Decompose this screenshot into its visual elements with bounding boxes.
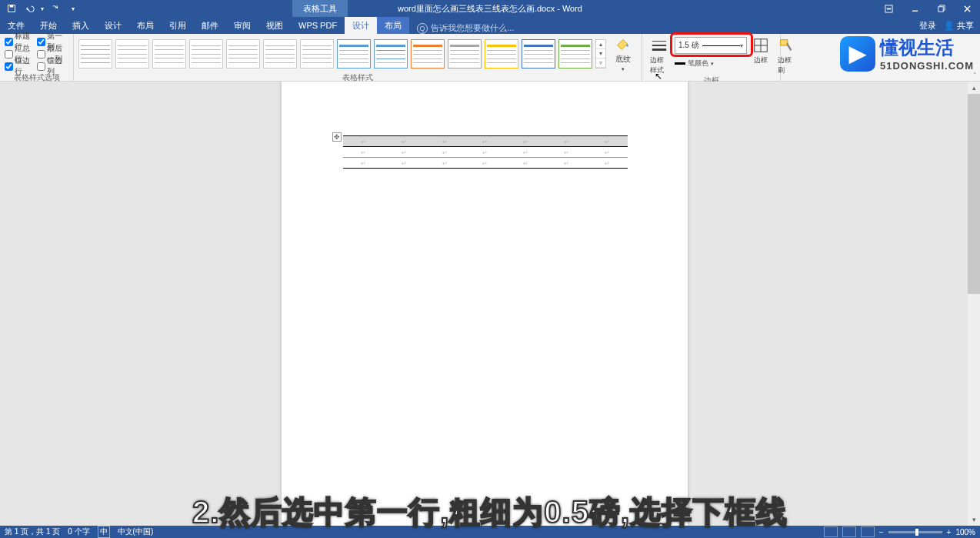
- style-thumb[interactable]: [522, 39, 555, 69]
- border-painter-icon: [778, 37, 795, 54]
- tab-references[interactable]: 引用: [162, 17, 194, 34]
- paint-bucket-icon: [615, 35, 632, 52]
- table-row[interactable]: [343, 136, 628, 147]
- window-title: word里面怎么画三线表三线表怎么画.docx - Word: [0, 3, 980, 15]
- qat-customize-button[interactable]: ▾: [65, 1, 82, 16]
- restore-button[interactable]: [928, 0, 954, 17]
- contextual-tab-label: 表格工具: [292, 0, 348, 17]
- group-table-style-options: 标题行 汇总行 镶边行 第一列 最后一列 镶边列 表格样式选项: [0, 34, 74, 81]
- pen-color-button[interactable]: 笔颜色▾: [675, 58, 747, 69]
- style-thumb[interactable]: [226, 39, 260, 69]
- svg-rect-3: [886, 8, 891, 9]
- style-thumb[interactable]: [300, 39, 334, 69]
- opt-banded-cols[interactable]: 镶边列: [37, 60, 68, 72]
- border-style-icon: [651, 37, 668, 54]
- chevron-down-icon: ▾: [740, 42, 743, 49]
- table-style-gallery[interactable]: ▴▾▿: [78, 39, 606, 69]
- undo-button[interactable]: [22, 1, 38, 16]
- ribbon-options-button[interactable]: [875, 0, 902, 17]
- tab-layout[interactable]: 布局: [129, 17, 162, 34]
- style-thumb[interactable]: [411, 39, 445, 69]
- lightbulb-icon: Q: [417, 23, 428, 34]
- borders-button[interactable]: 边框: [750, 37, 772, 65]
- window-controls: [875, 0, 980, 17]
- tab-wps-pdf[interactable]: WPS PDF: [291, 17, 345, 34]
- style-thumb[interactable]: [189, 39, 223, 69]
- share-button[interactable]: 👤 共享: [944, 20, 974, 32]
- view-read-button[interactable]: [824, 526, 838, 537]
- table-wrapper: ✥: [343, 135, 628, 169]
- zoom-out-button[interactable]: −: [879, 528, 884, 536]
- scroll-down-button[interactable]: ▾: [968, 513, 980, 526]
- status-words[interactable]: 0 个字: [68, 526, 89, 537]
- scroll-up-button[interactable]: ▴: [968, 82, 980, 94]
- view-web-button[interactable]: [861, 526, 875, 537]
- border-painter-button[interactable]: 边框刷: [775, 37, 798, 75]
- table-row[interactable]: [343, 147, 628, 158]
- borders-icon: [752, 37, 769, 54]
- pen-weight-dropdown[interactable]: 1.5 磅 ▾: [675, 37, 747, 54]
- zoom-slider[interactable]: [888, 531, 942, 533]
- tab-table-design[interactable]: 设计: [345, 17, 377, 34]
- style-thumb[interactable]: [78, 39, 112, 69]
- style-thumb[interactable]: [152, 39, 186, 69]
- tell-me-placeholder: 告诉我您想要做什么...: [431, 22, 514, 34]
- tell-me-search[interactable]: Q 告诉我您想要做什么...: [417, 22, 514, 34]
- ribbon: 标题行 汇总行 镶边行 第一列 最后一列 镶边列 表格样式选项: [0, 34, 980, 82]
- status-lang-icon[interactable]: 中: [98, 526, 110, 538]
- zoom-level[interactable]: 100%: [955, 528, 975, 536]
- style-thumb[interactable]: [263, 39, 297, 69]
- qat-sep: ▾: [40, 1, 45, 16]
- status-page[interactable]: 第 1 页，共 1 页: [5, 526, 60, 537]
- opt-banded-rows[interactable]: 镶边行: [5, 60, 31, 72]
- tab-mailings[interactable]: 邮件: [194, 17, 226, 34]
- document-area[interactable]: ✥: [0, 82, 968, 526]
- vertical-scrollbar[interactable]: ▴ ▾: [968, 82, 980, 526]
- style-thumb[interactable]: [448, 39, 482, 69]
- style-thumb[interactable]: [374, 39, 408, 69]
- tab-review[interactable]: 审阅: [226, 17, 258, 34]
- gallery-scroll[interactable]: ▴▾▿: [595, 39, 606, 69]
- view-print-button[interactable]: [842, 526, 856, 537]
- scroll-thumb[interactable]: [968, 94, 980, 294]
- pen-color-swatch-icon: [675, 62, 685, 65]
- minimize-button[interactable]: [902, 0, 928, 17]
- collapse-ribbon-button[interactable]: ˄: [973, 72, 977, 79]
- tab-design[interactable]: 设计: [97, 17, 129, 34]
- tab-view[interactable]: 视图: [258, 17, 291, 34]
- style-thumb[interactable]: [337, 39, 371, 69]
- svg-rect-5: [938, 6, 942, 11]
- tab-table-layout[interactable]: 布局: [377, 17, 409, 34]
- page: ✥: [282, 82, 688, 526]
- line-preview-icon: [702, 45, 740, 46]
- group-borders: 边框样式 1.5 磅 ▾ 笔颜色▾ 边框 边框刷: [642, 34, 781, 81]
- quick-access-toolbar: ▾ ▾: [0, 1, 82, 16]
- close-button[interactable]: [954, 0, 980, 17]
- style-thumb[interactable]: [115, 39, 149, 69]
- table-move-handle[interactable]: ✥: [332, 132, 342, 142]
- table-row[interactable]: [343, 158, 628, 169]
- document-table[interactable]: [343, 135, 628, 169]
- status-bar: 第 1 页，共 1 页 0 个字 中 中文(中国) − + 100%: [0, 526, 980, 538]
- group-table-styles: ▴▾▿ 底纹▾ 表格样式: [74, 34, 642, 81]
- title-bar: ▾ ▾ 表格工具 word里面怎么画三线表三线表怎么画.docx - Word: [0, 0, 980, 17]
- login-link[interactable]: 登录: [919, 20, 936, 32]
- border-styles-button[interactable]: 边框样式: [647, 37, 672, 75]
- status-right: − + 100%: [824, 526, 975, 537]
- save-button[interactable]: [3, 1, 20, 16]
- zoom-in-button[interactable]: +: [947, 528, 952, 536]
- account-area: 登录 👤 共享: [919, 17, 974, 34]
- svg-rect-1: [10, 5, 14, 8]
- shading-button[interactable]: 底纹▾: [609, 35, 637, 72]
- style-thumb[interactable]: [558, 39, 592, 69]
- style-thumb[interactable]: [485, 39, 518, 69]
- redo-button[interactable]: [46, 1, 63, 16]
- pen-weight-value: 1.5 磅: [678, 40, 699, 51]
- ribbon-tab-bar: 文件 开始 插入 设计 布局 引用 邮件 审阅 视图 WPS PDF 设计 布局…: [0, 17, 980, 34]
- status-lang[interactable]: 中文(中国): [118, 526, 154, 537]
- tab-insert[interactable]: 插入: [65, 17, 97, 34]
